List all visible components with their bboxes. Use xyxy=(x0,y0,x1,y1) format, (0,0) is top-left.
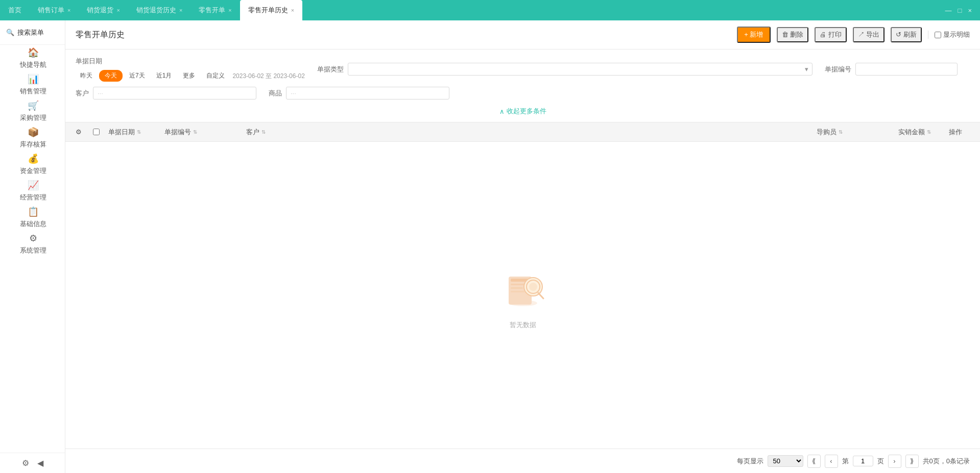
filter-row-1: 单据日期 昨天今天近7天近1月更多自定义2023-06-02 至 2023-06… xyxy=(76,57,970,82)
tab-首页[interactable]: 首页 xyxy=(0,0,30,20)
page-header: 零售开单历史 + 新增 🗑 删除 🖨 打印 ↗ 导出 ↺ 刷新 显示明细 xyxy=(65,20,980,49)
print-button[interactable]: 🖨 打印 xyxy=(815,27,847,42)
customer-input[interactable] xyxy=(93,87,256,99)
toolbar-divider xyxy=(928,31,928,39)
window-minimize[interactable]: — xyxy=(945,7,952,14)
sidebar-item-库存核算[interactable]: 📦 库存核算 xyxy=(0,125,65,151)
tab-零售开单历史[interactable]: 零售开单历史× xyxy=(240,0,302,20)
th-num-sort-icon: ⇅ xyxy=(193,129,197,135)
date-buttons: 昨天今天近7天近1月更多自定义2023-06-02 至 2023-06-02 xyxy=(76,70,305,82)
th-guide[interactable]: 导购员 ⇅ xyxy=(812,128,874,137)
tab-label: 零售开单历史 xyxy=(248,6,288,15)
num-input[interactable] xyxy=(855,63,958,76)
collapse-button[interactable]: ∧ 收起更多条件 xyxy=(499,105,546,118)
type-select-wrapper xyxy=(348,63,812,76)
sidebar-item-经营管理[interactable]: 📈 经营管理 xyxy=(0,178,65,204)
type-select[interactable] xyxy=(348,63,812,76)
tab-label: 零售开单 xyxy=(199,6,225,15)
goods-input[interactable] xyxy=(286,87,449,99)
page-last-btn[interactable]: ⟫ xyxy=(905,455,919,468)
window-maximize[interactable]: □ xyxy=(958,7,962,14)
sidebar-icon: ⚙ xyxy=(29,233,37,244)
th-checkbox[interactable] xyxy=(88,129,104,135)
page-label-post: 页 xyxy=(877,457,884,466)
tab-close-icon[interactable]: × xyxy=(67,7,70,13)
tab-list: 首页销售订单×销货退货×销货退货历史×零售开单×零售开单历史× xyxy=(0,0,937,20)
table-header: ⚙ 单据日期 ⇅ 单据编号 ⇅ 客户 ⇅ 导购员 ⇅ xyxy=(65,122,980,142)
tab-close-icon[interactable]: × xyxy=(291,7,294,13)
sidebar-icon: 📋 xyxy=(28,206,39,217)
tab-close-icon[interactable]: × xyxy=(228,7,231,13)
sidebar-item-基础信息[interactable]: 📋 基础信息 xyxy=(0,204,65,231)
select-all-checkbox[interactable] xyxy=(93,129,100,135)
sidebar-item-销售管理[interactable]: 📊 销售管理 xyxy=(0,71,65,98)
collapse-icon[interactable]: ◀ xyxy=(37,458,43,468)
date-btn-自定义[interactable]: 自定义 xyxy=(202,70,229,82)
th-num-label: 单据编号 xyxy=(164,128,191,137)
display-detail-text: 显示明细 xyxy=(943,30,970,39)
page-next-btn[interactable]: › xyxy=(888,455,901,468)
window-close[interactable]: × xyxy=(968,7,972,14)
refresh-button[interactable]: ↺ 刷新 xyxy=(891,27,922,42)
filter-type: 单据类型 xyxy=(317,63,812,76)
filter-date: 单据日期 昨天今天近7天近1月更多自定义2023-06-02 至 2023-06… xyxy=(76,57,305,82)
tab-销售订单[interactable]: 销售订单× xyxy=(30,0,79,20)
sidebar-icon: 🛒 xyxy=(28,100,39,111)
th-num[interactable]: 单据编号 ⇅ xyxy=(160,128,242,137)
empty-state: 暂无数据 xyxy=(65,142,980,449)
filter-num: 单据编号 xyxy=(825,63,958,76)
th-date-sort-icon: ⇅ xyxy=(137,129,141,135)
filter-customer: 客户 xyxy=(76,87,256,99)
main-layout: 🔍 搜索菜单 🏠 快捷导航 📊 销售管理 🛒 采购管理 📦 库存核算 💰 资金管… xyxy=(0,20,980,473)
tab-销货退货历史[interactable]: 销货退货历史× xyxy=(128,0,190,20)
tab-close-icon[interactable]: × xyxy=(179,7,182,13)
empty-illustration xyxy=(497,261,548,312)
sidebar-icon: 📦 xyxy=(28,127,39,138)
svg-point-9 xyxy=(529,283,537,291)
sidebar-item-系统管理[interactable]: ⚙ 系统管理 xyxy=(0,231,65,257)
sidebar-icon: 📈 xyxy=(28,180,39,191)
collapse-label: 收起更多条件 xyxy=(507,107,546,116)
sidebar-item-快捷导航[interactable]: 🏠 快捷导航 xyxy=(0,45,65,71)
display-detail-label[interactable]: 显示明细 xyxy=(935,30,970,39)
page-prev-btn[interactable]: ‹ xyxy=(825,455,838,468)
date-btn-近7天[interactable]: 近7天 xyxy=(125,70,150,82)
tab-close-icon[interactable]: × xyxy=(116,7,119,13)
th-amount-label: 实销金额 xyxy=(898,128,925,137)
export-button[interactable]: ↗ 导出 xyxy=(853,27,885,42)
tab-销货退货[interactable]: 销货退货× xyxy=(79,0,128,20)
sidebar-search-label: 搜索菜单 xyxy=(17,28,44,37)
th-amount-sort-icon: ⇅ xyxy=(927,129,931,135)
per-page-select[interactable]: 50 10 20 100 xyxy=(768,455,803,467)
num-label: 单据编号 xyxy=(825,65,851,74)
sidebar-search[interactable]: 🔍 搜索菜单 xyxy=(0,20,65,45)
th-customer[interactable]: 客户 ⇅ xyxy=(242,128,812,137)
th-settings[interactable]: ⚙ xyxy=(69,128,88,136)
display-detail-checkbox[interactable] xyxy=(935,32,941,38)
goods-label: 商品 xyxy=(269,89,282,98)
date-btn-更多[interactable]: 更多 xyxy=(178,70,200,82)
date-btn-近1月[interactable]: 近1月 xyxy=(152,70,177,82)
date-btn-今天[interactable]: 今天 xyxy=(99,70,123,82)
th-date[interactable]: 单据日期 ⇅ xyxy=(104,128,160,137)
page-input[interactable] xyxy=(853,456,873,466)
date-range-text: 2023-06-02 至 2023-06-02 xyxy=(232,72,304,81)
date-btn-昨天[interactable]: 昨天 xyxy=(76,70,97,82)
th-customer-sort-icon: ⇅ xyxy=(261,129,266,135)
sidebar-bottom: ⚙ ◀ xyxy=(0,453,65,473)
sidebar-item-资金管理[interactable]: 💰 资金管理 xyxy=(0,151,65,178)
delete-button[interactable]: 🗑 删除 xyxy=(777,27,809,42)
th-ops: 操作 xyxy=(935,128,976,137)
th-amount[interactable]: 实销金额 ⇅ xyxy=(874,128,935,137)
sidebar-item-采购管理[interactable]: 🛒 采购管理 xyxy=(0,98,65,125)
top-bar: 首页销售订单×销货退货×销货退货历史×零售开单×零售开单历史× — □ × xyxy=(0,0,980,20)
add-button[interactable]: + 新增 xyxy=(737,27,770,43)
page-title: 零售开单历史 xyxy=(76,30,125,40)
page-first-btn[interactable]: ⟪ xyxy=(807,455,821,468)
svg-rect-5 xyxy=(511,291,524,292)
filter-goods: 商品 xyxy=(269,87,449,99)
tab-label: 销货退货 xyxy=(87,6,113,15)
settings-icon[interactable]: ⚙ xyxy=(22,458,29,468)
th-ops-label: 操作 xyxy=(949,128,962,137)
tab-零售开单[interactable]: 零售开单× xyxy=(190,0,240,20)
